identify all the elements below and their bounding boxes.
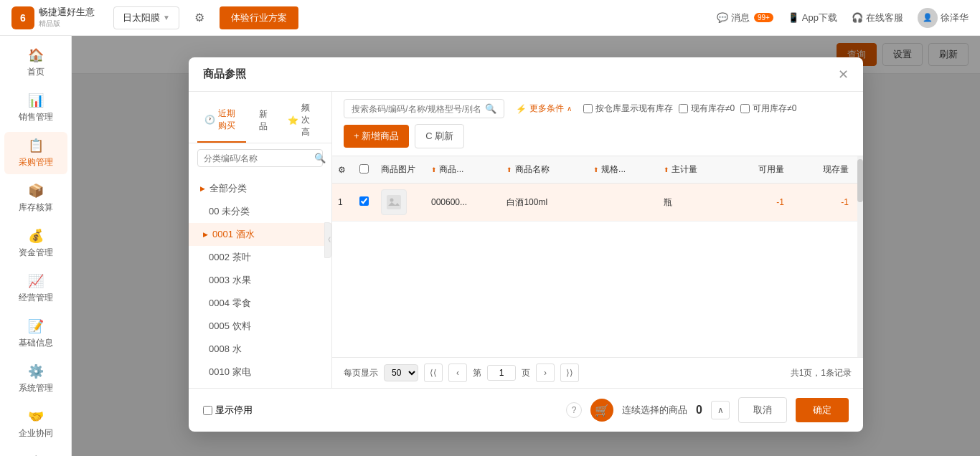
show-disabled-input[interactable] [203, 406, 212, 415]
filter-more-btn[interactable]: ⚡ 更多条件 ∧ [510, 100, 578, 118]
shopping-cart-icon: 🛒 [595, 404, 609, 417]
page-number-input[interactable] [487, 365, 516, 381]
selected-count: 0 [696, 404, 702, 417]
user-item[interactable]: 👤 徐泽华 [918, 8, 969, 28]
cat-label-0: 00 未分类 [209, 205, 250, 218]
cat-item-7[interactable]: 0010 家电 [189, 361, 331, 384]
next-page-btn[interactable]: › [536, 364, 555, 382]
total-info: 共1页，1条记录 [791, 367, 852, 379]
nav-dropdown[interactable]: 日太阳膜 ▼ [113, 6, 179, 29]
selected-label: 连续选择的商品 [622, 404, 687, 417]
chevron-left-icon: 《 [325, 236, 331, 244]
cat-item-1[interactable]: ▶ 0001 酒水 [189, 223, 331, 246]
avatar: 👤 [918, 8, 938, 28]
cat-item-6[interactable]: 0008 水 [189, 338, 331, 361]
sort-icon-unit: ⬆ [664, 166, 669, 174]
product-search-input[interactable] [352, 104, 481, 114]
cat-item-0[interactable]: 00 未分类 [189, 200, 331, 223]
sidebar-label-7: 系统管理 [19, 382, 53, 394]
per-page-select[interactable]: 50 [384, 364, 418, 381]
product-table-container: ⚙ 商品图片 [332, 156, 863, 357]
cat-item-4[interactable]: 0004 零食 [189, 292, 331, 315]
filter-icon: ⚡ [516, 104, 527, 114]
cat-item-all[interactable]: ▶ 全部分类 [189, 177, 331, 200]
checkbox-by-warehouse-label: 按仓库显示现有库存 [595, 103, 673, 115]
show-disabled-checkbox[interactable]: 显示停用 [203, 404, 253, 417]
th-name[interactable]: ⬆ 商品名称 [501, 156, 587, 184]
cat-item-2[interactable]: 0002 茶叶 [189, 246, 331, 269]
sidebar-item-8[interactable]: 🤝企业协同 [4, 403, 67, 445]
app-download-item[interactable]: 📱 App下载 [788, 11, 837, 24]
checkbox-available-nonzero-input[interactable] [740, 104, 750, 113]
refresh-modal-button[interactable]: C 刷新 [415, 124, 464, 148]
table-scrollbar[interactable] [857, 156, 863, 357]
tab-recent-purchase[interactable]: 🕐 近期购买 [197, 98, 246, 143]
sidebar-item-5[interactable]: 📈经营管理 [4, 267, 67, 310]
collapse-footer-btn[interactable]: ∧ [711, 401, 730, 419]
sidebar-item-3[interactable]: 📦库存核算 [4, 177, 67, 219]
stock-value: -1 [841, 197, 849, 207]
message-label: 消息 [731, 11, 750, 24]
nav-right: 💬 消息 99+ 📱 App下载 🎧 在线客服 👤 徐泽华 [717, 8, 969, 28]
search-icon-main[interactable]: 🔍 [485, 103, 496, 114]
sidebar-item-0[interactable]: 🏠首页 [4, 42, 67, 84]
help-icon[interactable]: ? [566, 402, 582, 418]
online-service-item[interactable]: 🎧 在线客服 [852, 11, 903, 24]
page-word: 第 [473, 367, 481, 379]
sidebar-icon-6: 📝 [28, 318, 44, 334]
row-name: 白酒100ml [501, 184, 587, 222]
cat-item-3[interactable]: 0003 水果 [189, 269, 331, 292]
checkbox-stock-nonzero-input[interactable] [679, 104, 688, 113]
logo-text-block: 畅捷通好生意 精品版 [39, 6, 95, 29]
sidebar-item-7[interactable]: ⚙️系统管理 [4, 358, 67, 400]
cancel-button[interactable]: 取消 [738, 397, 787, 423]
checkbox-by-warehouse[interactable]: 按仓库显示现有库存 [583, 103, 673, 115]
cat-item-5[interactable]: 0005 饮料 [189, 315, 331, 338]
prev-page-btn[interactable]: ‹ [448, 364, 467, 382]
th-spec-label: 规格... [601, 164, 626, 174]
category-search-input[interactable] [204, 153, 311, 163]
sidebar-icon-4: 💰 [28, 228, 44, 244]
category-search-section: 🔍 [189, 143, 331, 173]
logo-area: 6 畅捷通好生意 精品版 [11, 6, 105, 29]
th-unit[interactable]: ⬆ 主计量 [658, 156, 730, 184]
select-all-checkbox[interactable] [359, 164, 369, 174]
sidebar-item-1[interactable]: 📊销售管理 [4, 87, 67, 129]
th-gear[interactable]: ⚙ [332, 156, 354, 184]
experience-button[interactable]: 体验行业方案 [220, 6, 298, 29]
search-icon[interactable]: 🔍 [314, 153, 326, 163]
sidebar-item-9[interactable]: 🎓新手引导 [4, 448, 67, 456]
checkbox-by-warehouse-input[interactable] [583, 104, 593, 113]
message-item[interactable]: 💬 消息 99+ [717, 11, 773, 24]
row-stock: -1 [790, 184, 863, 222]
logo-title: 畅捷通好生意 [39, 6, 95, 19]
th-available-label: 可用量 [758, 164, 784, 174]
last-page-btn[interactable]: ⟩⟩ [560, 364, 579, 382]
th-code[interactable]: ⬆ 商品... [425, 156, 501, 184]
tab-new-product[interactable]: 新品 [249, 98, 278, 143]
cart-icon[interactable]: 🛒 [590, 399, 613, 422]
cat-label-1: 0001 酒水 [212, 228, 255, 241]
add-product-button[interactable]: + 新增商品 [344, 125, 409, 148]
first-page-btn[interactable]: ⟨⟨ [424, 364, 443, 382]
collapse-panel-btn[interactable]: 《 [324, 222, 331, 258]
checkbox-available-nonzero[interactable]: 可用库存≠0 [740, 103, 796, 115]
product-modal: 商品参照 ✕ 🕐 近期购买 [189, 57, 863, 432]
th-spec[interactable]: ⬆ 规格... [588, 156, 658, 184]
gear-icon[interactable]: ⚙ [188, 6, 211, 29]
table-row[interactable]: 1 [332, 184, 863, 222]
sidebar-item-6[interactable]: 📝基础信息 [4, 313, 67, 355]
confirm-button[interactable]: 确定 [796, 398, 849, 422]
modal-overlay: 商品参照 ✕ 🕐 近期购买 [72, 36, 980, 456]
th-stock-label: 现存量 [823, 164, 849, 174]
message-badge: 99+ [754, 13, 773, 22]
sidebar-item-4[interactable]: 💰资金管理 [4, 222, 67, 265]
tab-frequent[interactable]: ⭐ 频次高 [281, 98, 323, 143]
username-label: 徐泽华 [941, 11, 969, 24]
close-icon[interactable]: ✕ [838, 68, 849, 81]
checkbox-stock-nonzero[interactable]: 现有库存≠0 [679, 103, 735, 115]
sidebar-icon-5: 📈 [28, 273, 44, 289]
row-checkbox[interactable] [359, 196, 369, 206]
sidebar-item-2[interactable]: 📋采购管理 [4, 132, 67, 174]
row-image-cell [375, 184, 425, 222]
